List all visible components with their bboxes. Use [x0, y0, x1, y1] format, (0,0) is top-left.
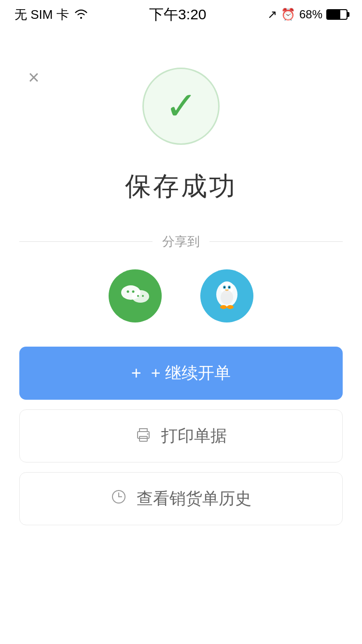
qq-share-button[interactable] — [200, 269, 253, 322]
svg-point-3 — [132, 291, 135, 293]
continue-button[interactable]: + + 继续开单 — [19, 347, 343, 400]
status-left: 无 SIM 卡 — [14, 6, 88, 23]
share-icons-row — [19, 269, 343, 322]
svg-point-1 — [132, 290, 149, 303]
wechat-share-button[interactable] — [109, 269, 162, 322]
alarm-icon: ⏰ — [281, 8, 295, 21]
svg-point-14 — [227, 305, 234, 309]
svg-point-12 — [221, 290, 233, 305]
history-button[interactable]: 查看销货单历史 — [19, 472, 343, 525]
continue-icon: + — [131, 363, 141, 383]
svg-point-2 — [127, 291, 129, 293]
status-bar: 无 SIM 卡 下午3:20 ↗ ⏰ 68% — [0, 0, 362, 29]
svg-point-13 — [220, 305, 227, 309]
no-sim-text: 无 SIM 卡 — [14, 6, 69, 23]
print-button[interactable]: 打印单据 — [19, 409, 343, 462]
print-icon — [135, 426, 152, 446]
actions-section: + + 继续开单 打印单据 查看销货单历史 — [0, 347, 362, 525]
status-time: 下午3:20 — [149, 5, 206, 25]
print-label: 打印单据 — [161, 425, 227, 447]
history-icon — [111, 489, 127, 509]
divider-right — [209, 241, 343, 242]
continue-label: + 继续开单 — [151, 362, 231, 384]
battery-text: 68% — [299, 8, 322, 21]
history-label: 查看销货单历史 — [137, 488, 251, 510]
close-button[interactable]: × — [19, 63, 48, 92]
svg-point-10 — [224, 287, 225, 288]
location-icon: ↗ — [267, 8, 277, 21]
share-divider-row: 分享到 — [19, 233, 343, 250]
svg-point-11 — [229, 287, 230, 288]
battery-icon — [326, 9, 348, 20]
close-icon: × — [28, 68, 39, 87]
status-right: ↗ ⏰ 68% — [267, 8, 348, 21]
svg-point-4 — [137, 295, 139, 297]
success-title: 保存成功 — [125, 169, 237, 204]
share-section: 分享到 — [0, 233, 362, 322]
svg-point-17 — [147, 434, 149, 435]
success-icon-circle: ✓ — [142, 68, 220, 145]
wechat-icon — [119, 282, 152, 310]
main-content: × ✓ 保存成功 分享到 — [0, 29, 362, 644]
wifi-icon — [74, 7, 88, 22]
svg-point-5 — [142, 295, 144, 297]
share-label: 分享到 — [153, 233, 209, 250]
checkmark-icon: ✓ — [165, 87, 197, 126]
divider-left — [19, 241, 153, 242]
qq-icon — [212, 279, 242, 313]
